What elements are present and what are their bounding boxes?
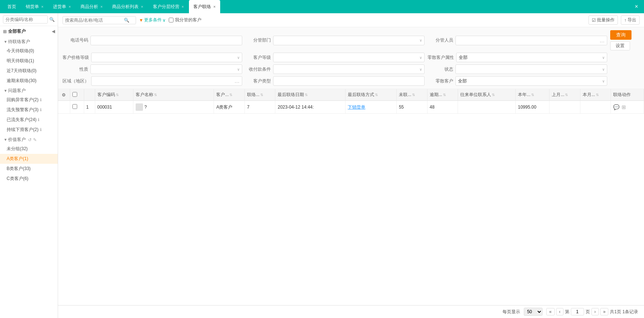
filter-search-icon[interactable]: 🔍 xyxy=(124,18,129,23)
nav-tab-analysis[interactable]: 商品分析 × xyxy=(76,0,107,13)
edit-icon[interactable]: ✎ xyxy=(33,137,37,142)
th-overdue[interactable]: 逾期... ⇅ xyxy=(427,89,458,101)
sort-icon: ⇅ xyxy=(443,93,446,97)
batch-operation-button[interactable]: ☑ 批量操作 xyxy=(588,15,618,25)
th-customer-type[interactable]: 客户... ⇅ xyxy=(214,89,245,101)
price-level-dropdown[interactable]: ∨ xyxy=(91,53,242,62)
my-customer-checkbox[interactable] xyxy=(169,18,173,22)
close-icon[interactable]: × xyxy=(41,4,43,9)
sidebar-item-b-class[interactable]: B类客户(33) xyxy=(0,164,58,174)
nav-tab-sales[interactable]: 销货单 × xyxy=(21,0,48,13)
prev-page-button[interactable]: ‹ xyxy=(556,308,564,315)
td-last-contact-method[interactable]: 下销货单 xyxy=(345,101,396,114)
sidebar-item-churned[interactable]: 已流失客户(24) ℹ xyxy=(0,115,58,125)
chevron-down-icon: ∨ xyxy=(602,67,605,71)
retail-attr-dropdown[interactable]: 全部 ∨ xyxy=(456,53,607,62)
nav-tab-customer-contact[interactable]: 客户联络 × xyxy=(189,0,220,13)
th-last-contact-date[interactable]: 最后联络日期 ⇅ xyxy=(275,89,345,101)
nav-tab-home[interactable]: 首页 xyxy=(3,0,21,13)
select-all-checkbox[interactable] xyxy=(72,92,77,97)
manager-input[interactable]: … xyxy=(455,36,607,45)
status-dropdown[interactable]: ∨ xyxy=(455,64,607,74)
retail-customer-dropdown[interactable]: 全部 ∨ xyxy=(455,76,607,86)
per-page-select[interactable]: 50 100 200 xyxy=(524,308,543,316)
phone-input[interactable] xyxy=(90,36,242,45)
filter-price-level: 客户价格等级 ∨ xyxy=(62,53,242,62)
close-icon[interactable]: × xyxy=(68,4,71,9)
th-unit-contact[interactable]: 往来单位联系人 ⇅ xyxy=(458,89,516,101)
export-button[interactable]: ↑ 导出 xyxy=(621,15,640,25)
my-customer-filter[interactable]: 我分管的客户 xyxy=(169,17,201,23)
first-page-button[interactable]: « xyxy=(546,308,555,315)
close-icon[interactable]: × xyxy=(182,4,184,9)
th-name[interactable]: 客户名称 ⇅ xyxy=(133,89,214,101)
sidebar-search-input[interactable] xyxy=(3,15,48,24)
sidebar-item-declining[interactable]: 持续下滑客户(2) ℹ xyxy=(0,125,58,135)
close-icon[interactable]: × xyxy=(141,4,143,9)
next-page-button[interactable]: › xyxy=(591,308,599,315)
value-customer-group[interactable]: ▼ 价值客户 ↺ ✎ xyxy=(0,135,58,144)
pending-contact-group[interactable]: ▼ 待联络客户 xyxy=(0,37,58,46)
th-seq xyxy=(84,89,95,101)
payment-dropdown[interactable]: ∨ xyxy=(273,64,425,74)
td-this-month xyxy=(580,101,611,114)
close-icon[interactable]: × xyxy=(100,4,103,9)
th-checkbox[interactable] xyxy=(70,89,84,101)
qr-icon[interactable]: ⊞ xyxy=(622,104,626,110)
sidebar-item-today[interactable]: 今天待联络(0) xyxy=(0,46,58,56)
sidebar-item-churn-warning[interactable]: 流失预警客户(3) ℹ xyxy=(0,105,58,115)
sort-icon: ⇅ xyxy=(375,93,378,97)
setting-button[interactable]: 设置 xyxy=(610,41,630,50)
td-checkbox[interactable] xyxy=(70,101,84,114)
page-number-input[interactable] xyxy=(571,308,584,315)
th-code[interactable]: 客户编码 ⇅ xyxy=(95,89,133,101)
adv-filter-row-3: 性质 ∨ 收付款条件 ∨ 状态 xyxy=(62,64,640,74)
sidebar-item-a-class[interactable]: A类客户(1) xyxy=(0,154,58,164)
info-icon: ℹ xyxy=(40,127,42,132)
th-last-contact-method[interactable]: 最后联络方式 ⇅ xyxy=(345,89,396,101)
sidebar-item-c-class[interactable]: C类客户(6) xyxy=(0,174,58,184)
sidebar-item-7days[interactable]: 近7天待联络(0) xyxy=(0,66,58,76)
problem-customer-group[interactable]: ▼ 问题客户 xyxy=(0,86,58,95)
th-this-month[interactable]: 本月... ⇅ xyxy=(580,89,611,101)
th-not-contacted[interactable]: 未联... ⇅ xyxy=(397,89,427,101)
th-contact[interactable]: 联络... ⇅ xyxy=(244,89,275,101)
sort-icon: ⇅ xyxy=(531,93,534,97)
more-filter-button[interactable]: ▼ 更多条件 ∨ xyxy=(139,17,166,23)
region-input[interactable]: … xyxy=(91,76,242,86)
close-all-button[interactable]: × xyxy=(632,2,641,11)
th-this-year[interactable]: 本年... ⇅ xyxy=(516,89,550,101)
nav-tab-customer-segment[interactable]: 客户分层经营 × xyxy=(149,0,188,13)
nature-dropdown[interactable]: ∨ xyxy=(90,64,242,74)
sidebar-item-tomorrow[interactable]: 明天待联络(1) xyxy=(0,56,58,66)
sidebar-search-icon[interactable]: 🔍 xyxy=(49,17,55,22)
nav-tab-purchase[interactable]: 进货单 × xyxy=(49,0,75,13)
th-last-month[interactable]: 上月... ⇅ xyxy=(550,89,580,101)
chat-icon[interactable]: 💬 xyxy=(613,104,619,110)
close-icon[interactable]: × xyxy=(213,4,215,9)
dept-dropdown[interactable]: ∨ xyxy=(273,36,425,45)
last-page-button[interactable]: » xyxy=(600,308,609,315)
chevron-down-icon: ∨ xyxy=(237,56,240,60)
table-row: 1 000031 ? A类客户 xyxy=(58,101,644,114)
filter-search-input[interactable] xyxy=(65,18,124,23)
filter-phone: 电话号码 xyxy=(62,36,242,45)
td-not-contacted: 55 xyxy=(397,101,427,114)
pagination: « ‹ 第 页 › » 共1页 1条记录 xyxy=(546,308,638,315)
row-checkbox[interactable] xyxy=(72,104,77,109)
sidebar-item-overdue[interactable]: 逾期未联络(30) xyxy=(0,76,58,86)
info-icon: ℹ xyxy=(38,117,39,122)
td-customer-type: A类客户 xyxy=(214,101,245,114)
td-name: ? xyxy=(133,101,214,114)
all-customers-header[interactable]: ⊞ 全部客户 ◀ xyxy=(0,26,58,37)
filter-region: 区域（地区） … xyxy=(62,76,242,86)
customer-type-input[interactable] xyxy=(273,76,425,86)
nav-tab-analysis-list[interactable]: 商品分析列表 × xyxy=(108,0,147,13)
chevron-down-icon: ∨ xyxy=(602,79,605,83)
query-button[interactable]: 查询 xyxy=(610,30,632,40)
customer-level-dropdown[interactable]: ∨ xyxy=(273,53,425,62)
th-settings[interactable]: ⚙ xyxy=(58,89,70,101)
refresh-icon[interactable]: ↺ xyxy=(28,137,32,142)
sidebar-item-repurchase-anomaly[interactable]: 回购异常客户(2) ℹ xyxy=(0,95,58,105)
sidebar-item-unclassified[interactable]: 未分组(32) xyxy=(0,144,58,154)
